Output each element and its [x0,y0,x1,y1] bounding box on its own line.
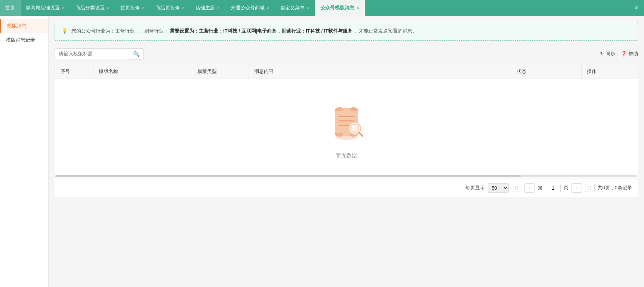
nav-tab-home-label: 首页 [5,4,15,11]
search-input[interactable] [55,48,129,59]
col-action: 操作 [582,64,638,79]
sidebar-item-template-msg[interactable]: 模版消息 [0,19,48,33]
nav-tab-shop-theme[interactable]: 店铺主题 × [190,0,225,16]
close-wechat-shop-icon[interactable]: × [62,5,65,10]
search-bar: 🔍 ↻ 同步 | ❓ 帮助 [55,48,638,59]
help-button[interactable]: ❓ 帮助 [621,51,638,57]
sidebar-item-template-msg-record-label: 模版消息记录 [6,37,35,43]
col-content: 消息内容 [249,64,511,79]
content-area: 💡 您的公众号行业为：主营行业：，副营行业： 需要设置为：主营行业：IT科技 /… [49,16,644,287]
col-type: 模版类型 [192,64,249,79]
sidebar: 模版消息 模版消息记录 [0,16,49,287]
svg-point-5 [351,124,359,132]
nav-tab-template-message-label: 公众号模版消息 [320,4,354,11]
table-body: 暂无数据 [55,79,638,174]
search-left: 🔍 [55,48,144,59]
table-empty-row: 暂无数据 [55,79,638,174]
col-status: 状态 [511,64,582,79]
table-wrapper: 序号 模版名称 模版类型 消息内容 状态 [55,64,638,197]
notice-highlight: 需要设置为：主营行业：IT科技 / 互联网|电子商务，副营行业：IT科技 / I… [170,28,357,34]
nav-tab-product-category-label: 商品分类设置 [76,4,105,11]
svg-line-6 [359,132,363,136]
empty-text: 暂无数据 [55,152,638,159]
col-index: 序号 [55,64,93,79]
nav-tab-home-decor-label: 首页装修 [120,4,140,11]
close-template-message-icon[interactable]: × [357,5,359,10]
search-actions: ↻ 同步 | ❓ 帮助 [600,51,638,57]
notice-box: 💡 您的公众号行业为：主营行业：，副营行业： 需要设置为：主营行业：IT科技 /… [55,22,638,41]
close-shop-theme-icon[interactable]: × [217,5,220,10]
last-page-button[interactable]: ⟩⟩ [585,184,595,192]
prev-page-button[interactable]: ＜ [524,183,535,193]
table-header-row: 序号 模版名称 模版类型 消息内容 状态 [55,64,638,79]
first-page-button[interactable]: ⟨⟨ [512,184,521,192]
search-icon: 🔍 [133,51,139,57]
nav-tab-wechat-shop-label: 微商城店铺设置 [26,4,60,11]
nav-tab-custom-menu[interactable]: 自定义菜单 × [275,0,315,16]
page-label: 页 [564,184,568,191]
nav-tab-home-decor[interactable]: 首页装修 × [115,0,150,16]
notice-suffix: 才能正常发送预置的消息。 [359,28,417,34]
sync-icon: ↻ [600,51,604,57]
notice-bulb-icon: 💡 [62,27,68,35]
page-jump-label: 第 [538,184,543,191]
help-icon: ❓ [621,51,627,57]
close-home-decor-icon[interactable]: × [142,5,145,10]
svg-point-7 [352,125,355,128]
divider: | [617,51,619,57]
scrollbar-thumb[interactable] [55,175,521,177]
main-layout: 模版消息 模版消息记录 💡 您的公众号行业为：主营行业：，副营行业： 需要设置为… [0,16,644,287]
page-size-label: 每页显示 [465,184,485,191]
notice-prefix: 您的公众号行业为：主营行业：，副营行业： [71,28,169,34]
close-product-category-icon[interactable]: × [107,5,110,10]
search-button[interactable]: 🔍 [129,48,144,59]
horizontal-scrollbar[interactable] [55,174,638,178]
nav-tab-shop-theme-label: 店铺主题 [195,4,215,11]
sync-button[interactable]: ↻ 同步 [600,51,615,57]
empty-illustration [324,101,369,146]
sidebar-item-template-msg-label: 模版消息 [7,23,27,28]
nav-tab-template-message[interactable]: 公众号模版消息 × [315,0,365,16]
pagination: 每页显示 10 20 50 100 ⟨⟨ ＜ 第 页 ＞ ⟩⟩ 共0页，0条记录 [55,178,638,197]
close-all-button[interactable]: ✕ [629,4,644,12]
table-header: 序号 模版名称 模版类型 消息内容 状态 [55,64,638,79]
nav-tab-product-decor-label: 商品页装修 [155,4,180,11]
nav-tab-custom-menu-label: 自定义菜单 [280,4,305,11]
col-name: 模版名称 [93,64,192,79]
help-label: 帮助 [628,51,638,57]
scrollbar-track [55,175,637,177]
nav-tab-wechat-shop[interactable]: 微商城店铺设置 × [21,0,70,16]
total-info: 共0页，0条记录 [598,184,632,191]
top-nav: 首页 微商城店铺设置 × 商品分类设置 × 首页装修 × 商品页装修 × 店铺主… [0,0,644,16]
sync-label: 同步 [606,51,615,57]
empty-state: 暂无数据 [55,79,638,174]
close-product-decor-icon[interactable]: × [182,5,185,10]
nav-tab-open-wechat-mall[interactable]: 开通公众号商城 × [225,0,275,16]
close-custom-menu-icon[interactable]: × [307,5,309,10]
sidebar-item-template-msg-record[interactable]: 模版消息记录 [0,33,48,47]
page-size-select[interactable]: 10 20 50 100 [488,183,509,193]
nav-tab-open-wechat-mall-label: 开通公众号商城 [231,4,265,11]
nav-tab-product-category[interactable]: 商品分类设置 × [70,0,115,16]
data-table: 序号 模版名称 模版类型 消息内容 状态 [55,64,638,174]
next-page-button[interactable]: ＞ [571,183,582,193]
close-open-wechat-mall-icon[interactable]: × [267,5,269,10]
nav-tab-product-decor[interactable]: 商品页装修 × [150,0,190,16]
nav-tab-home[interactable]: 首页 [0,0,21,16]
page-number-input[interactable] [546,184,561,192]
